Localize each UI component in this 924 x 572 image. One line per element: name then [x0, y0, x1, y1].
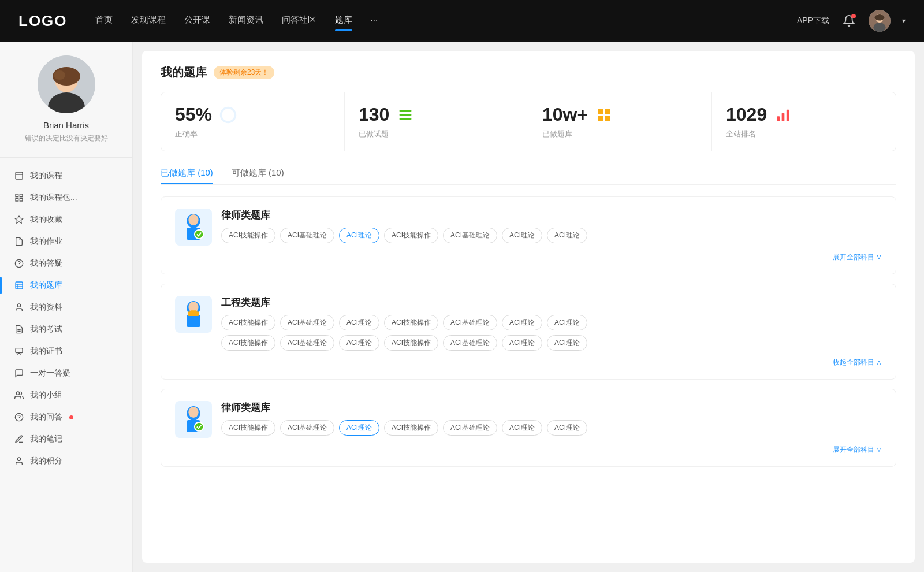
- qbank-tag[interactable]: ACI基础理论: [443, 228, 497, 243]
- qbank-tag[interactable]: ACI理论: [547, 335, 587, 351]
- stat-card: 130已做试题: [345, 92, 528, 151]
- svg-rect-25: [16, 348, 23, 353]
- main-layout: Brian Harris 错误的决定比没有决定要好 我的课程我的课程包...我的…: [0, 42, 924, 572]
- qbank-tag[interactable]: ACI技能操作: [221, 315, 275, 330]
- qbank-name: 律师类题库: [221, 401, 882, 414]
- qbank-tag[interactable]: ACI理论: [502, 228, 542, 243]
- sidebar: Brian Harris 错误的决定比没有决定要好 我的课程我的课程包...我的…: [0, 42, 133, 572]
- stat-value: 130: [359, 104, 389, 125]
- menu-item-label: 我的题库: [30, 280, 62, 291]
- menu-icon: [14, 434, 24, 444]
- qbank-tag[interactable]: ACI技能操作: [384, 228, 438, 243]
- app-download-link[interactable]: APP下载: [797, 16, 829, 26]
- stat-icon: [218, 105, 239, 125]
- qbank-tag[interactable]: ACI理论: [339, 420, 379, 436]
- tab-item[interactable]: 已做题库 (10): [161, 168, 213, 184]
- qbank-expand[interactable]: 展开全部科目 ∨: [175, 445, 882, 455]
- qbank-tag[interactable]: ACI技能操作: [221, 420, 275, 436]
- qbank-tag[interactable]: ACI技能操作: [221, 335, 275, 351]
- menu-item-label: 我的答疑: [30, 258, 62, 269]
- svg-point-22: [17, 304, 20, 307]
- sidebar-menu-item[interactable]: 我的证书: [0, 340, 132, 362]
- qbank-tag[interactable]: ACI基础理论: [443, 335, 497, 351]
- sidebar-menu-item[interactable]: 一对一答疑: [0, 362, 132, 384]
- sidebar-menu-item[interactable]: 我的作业: [0, 231, 132, 252]
- page-title: 我的题库: [161, 65, 207, 80]
- sidebar-profile: Brian Harris 错误的决定比没有决定要好: [0, 55, 132, 158]
- logo: LOGO: [18, 12, 68, 30]
- sidebar-menu-item[interactable]: 我的问答: [0, 406, 132, 428]
- svg-rect-48: [187, 315, 200, 327]
- navbar-nav-item[interactable]: 公开课: [184, 14, 210, 28]
- qbank-tag[interactable]: ACI基础理论: [443, 420, 497, 436]
- sidebar-menu-item[interactable]: 我的笔记: [0, 428, 132, 450]
- navbar-nav-item[interactable]: 发现课程: [131, 14, 166, 28]
- qbank-tag[interactable]: ACI理论: [502, 335, 542, 351]
- sidebar-menu-item[interactable]: 我的收藏: [0, 209, 132, 231]
- svg-rect-50: [190, 310, 197, 313]
- qbank-tag[interactable]: ACI技能操作: [384, 315, 438, 330]
- menu-item-label: 我的证书: [30, 346, 62, 356]
- stat-icon: [594, 105, 614, 125]
- qbank-tag[interactable]: ACI基础理论: [280, 420, 334, 436]
- tab-item[interactable]: 可做题库 (10): [232, 168, 284, 184]
- qbank-tag[interactable]: ACI理论: [339, 335, 379, 351]
- svg-point-45: [195, 230, 203, 239]
- sidebar-menu-item[interactable]: 我的课程包...: [0, 187, 132, 209]
- qbank-tag[interactable]: ACI技能操作: [384, 335, 438, 351]
- qbank-card: 律师类题库ACI技能操作ACI基础理论ACI理论ACI技能操作ACI基础理论AC…: [161, 389, 896, 467]
- stat-label: 正确率: [175, 129, 330, 139]
- qbank-name: 律师类题库: [221, 209, 882, 222]
- menu-item-label: 我的笔记: [30, 434, 62, 444]
- svg-rect-35: [598, 109, 603, 114]
- sidebar-menu-item[interactable]: 我的答疑: [0, 252, 132, 274]
- menu-item-dot: [69, 415, 73, 419]
- sidebar-menu-item[interactable]: 我的考试: [0, 318, 132, 340]
- user-menu-chevron[interactable]: ▾: [902, 17, 906, 25]
- qbank-tag[interactable]: ACI理论: [547, 420, 587, 436]
- qbank-expand[interactable]: 展开全部科目 ∨: [175, 252, 882, 262]
- qbank-expand[interactable]: 收起全部科目 ∧: [175, 358, 882, 367]
- navbar: LOGO 首页发现课程公开课新闻资讯问答社区题库··· APP下载 ▾: [0, 0, 924, 42]
- stat-card: 10w+已做题库: [528, 92, 712, 151]
- qbank-tag[interactable]: ACI技能操作: [384, 420, 438, 436]
- svg-point-54: [195, 422, 203, 431]
- stat-label: 全站排名: [726, 129, 882, 139]
- qbank-tag[interactable]: ACI理论: [502, 420, 542, 436]
- navbar-nav-item[interactable]: 题库: [335, 14, 352, 28]
- stat-value: 1029: [726, 104, 767, 125]
- sidebar-menu-item[interactable]: 我的资料: [0, 296, 132, 318]
- navbar-nav-item[interactable]: 新闻资讯: [229, 14, 263, 28]
- sidebar-menu-item[interactable]: 我的积分: [0, 450, 132, 472]
- qbank-tag[interactable]: ACI理论: [502, 315, 542, 330]
- qbank-tag[interactable]: ACI基础理论: [443, 315, 497, 330]
- qbank-tag[interactable]: ACI理论: [339, 228, 379, 243]
- avatar[interactable]: [869, 10, 891, 32]
- profile-motto: 错误的决定比没有决定要好: [25, 133, 108, 143]
- svg-rect-34: [400, 118, 412, 119]
- notification-bell[interactable]: [841, 13, 857, 29]
- qbank-tag[interactable]: ACI基础理论: [280, 335, 334, 351]
- navbar-nav-item[interactable]: 首页: [95, 14, 113, 28]
- svg-point-43: [188, 214, 198, 225]
- sidebar-menu-item[interactable]: 我的小组: [0, 384, 132, 406]
- qbank-card: 工程类题库ACI技能操作ACI基础理论ACI理论ACI技能操作ACI基础理论AC…: [161, 284, 896, 380]
- qbank-tag[interactable]: ACI技能操作: [221, 228, 275, 243]
- navbar-nav-item[interactable]: ···: [371, 14, 378, 28]
- svg-rect-14: [20, 198, 23, 201]
- menu-item-label: 我的课程包...: [30, 192, 77, 203]
- qbank-tags-row2: ACI技能操作ACI基础理论ACI理论ACI技能操作ACI基础理论ACI理论AC…: [221, 335, 882, 351]
- sidebar-menu-item[interactable]: 我的课程: [0, 165, 132, 187]
- navbar-nav-item[interactable]: 问答社区: [282, 14, 316, 28]
- menu-item-label: 我的考试: [30, 324, 62, 335]
- qbank-tag[interactable]: ACI理论: [547, 228, 587, 243]
- qbank-tag[interactable]: ACI理论: [547, 315, 587, 330]
- qbank-tag[interactable]: ACI基础理论: [280, 315, 334, 330]
- svg-point-8: [54, 70, 65, 80]
- sidebar-menu-item[interactable]: 我的题库: [0, 274, 132, 296]
- menu-item-label: 我的小组: [30, 390, 62, 400]
- qbank-tag[interactable]: ACI基础理论: [280, 228, 334, 243]
- svg-rect-40: [782, 113, 785, 121]
- qbank-tag[interactable]: ACI理论: [339, 315, 379, 330]
- menu-icon: [14, 346, 24, 356]
